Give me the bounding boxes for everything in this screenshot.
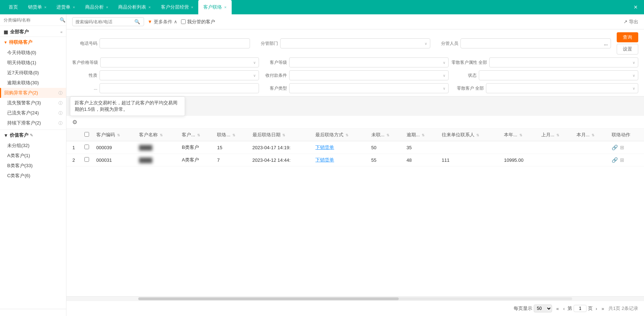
sidebar-item-repurchase-abnormal[interactable]: 回购异常客户(2) ⓘ	[0, 88, 66, 98]
last-month-amount	[538, 141, 573, 154]
scrollbar-track[interactable]	[138, 297, 572, 300]
sidebar-item-today[interactable]: 今天待联络(0)	[0, 48, 66, 58]
status-select[interactable]: ∨	[479, 70, 638, 80]
sidebar-item-class-b[interactable]: B类客户(33)	[0, 161, 66, 171]
nav-customer-contact[interactable]: 客户联络 ×	[198, 0, 231, 14]
sort-icon[interactable]: ⇅	[117, 133, 120, 137]
close-icon[interactable]: ×	[106, 5, 108, 9]
sidebar-all-customers[interactable]: ▦ 全部客户 «	[0, 26, 66, 37]
sort-icon[interactable]: ⇅	[232, 133, 235, 137]
row-checkbox[interactable]	[84, 145, 89, 149]
window-close-button[interactable]: ×	[631, 4, 640, 11]
sidebar-item-7days[interactable]: 近7天待联络(0)	[0, 68, 66, 78]
table-row: 2 000031 ████ A类客户 7 2023-04-12 14:44:	[66, 154, 644, 166]
sort-icon[interactable]: ⇅	[592, 133, 594, 137]
sort-icon[interactable]: ⇅	[197, 133, 200, 137]
close-icon[interactable]: ×	[191, 5, 193, 9]
price-grade-select[interactable]: ∨	[100, 57, 259, 67]
row-check[interactable]	[81, 141, 93, 154]
col-check[interactable]	[81, 129, 93, 141]
select-all-checkbox[interactable]	[84, 132, 89, 137]
last-page-button[interactable]: »	[600, 305, 606, 312]
payment-select[interactable]: ∨	[289, 70, 449, 80]
sort-icon[interactable]: ⇅	[519, 133, 522, 137]
setting-button[interactable]: 设置	[617, 44, 638, 55]
prev-page-button[interactable]: ‹	[562, 305, 566, 312]
table-toolbar: ⚙	[66, 116, 644, 129]
nav-product-analysis-list[interactable]: 商品分析列表 ×	[113, 0, 156, 14]
retail-attr-select[interactable]: ∨	[489, 57, 638, 67]
sidebar-item-declining[interactable]: 持续下滑客户(2) ⓘ	[0, 118, 66, 128]
per-page-select[interactable]: 20 50 100	[534, 305, 552, 312]
more-conditions-btn[interactable]: ▼ 更多条件 ∧	[148, 19, 177, 25]
sidebar-item-class-a[interactable]: A类客户(1)	[0, 151, 66, 161]
per-page-select-area: 每页显示 20 50 100	[514, 305, 552, 312]
sort-icon[interactable]: ⇅	[556, 133, 559, 137]
sidebar-item-ungrouped[interactable]: 未分组(32)	[0, 141, 66, 151]
nav-sales-order[interactable]: 销货单 ×	[23, 0, 51, 14]
table-settings-icon[interactable]: ⚙	[72, 119, 77, 126]
customer-type-select[interactable]: ∨	[289, 83, 449, 93]
page-number-input[interactable]	[574, 305, 587, 312]
horizontal-scrollbar[interactable]	[66, 296, 644, 301]
sidebar-item-class-c[interactable]: C类客户(6)	[0, 171, 66, 181]
sidebar-item-churned[interactable]: 已流失客户(24) ⓘ	[0, 108, 66, 118]
link-action-icon[interactable]: 🔗	[612, 157, 618, 163]
sidebar-item-churn-warning[interactable]: 流失预警客户(3) ⓘ	[0, 98, 66, 108]
col-contact-action: 联络动作	[608, 129, 644, 141]
search-input[interactable]	[75, 19, 133, 24]
next-page-button[interactable]: ›	[594, 305, 598, 312]
arrow-icon: ▼	[4, 40, 8, 44]
nav-customer-segment[interactable]: 客户分层经营 ×	[156, 0, 198, 14]
edit-icon[interactable]: ✎	[30, 133, 33, 138]
dept-select[interactable]: ∨	[280, 38, 431, 48]
my-customers-check[interactable]	[181, 19, 186, 24]
export-button[interactable]: ↗ 导出	[624, 19, 638, 25]
pending-contact-header[interactable]: ▼ 待联络客户	[0, 37, 66, 48]
row-checkbox[interactable]	[84, 157, 89, 162]
grid-action-icon[interactable]: ⊞	[620, 145, 624, 150]
nav-home[interactable]: 首页	[4, 0, 23, 14]
sidebar-item-overdue[interactable]: 逾期未联络(30)	[0, 78, 66, 88]
scrollbar-thumb[interactable]	[138, 297, 399, 300]
nav-product-analysis[interactable]: 商品分析 ×	[80, 0, 113, 14]
grid-action-icon[interactable]: ⊞	[620, 157, 624, 163]
sort-icon[interactable]: ⇅	[282, 133, 285, 137]
chevron-down-icon: ∨	[443, 86, 445, 90]
collapse-icon[interactable]: «	[60, 30, 62, 34]
sort-icon[interactable]: ⇅	[386, 133, 389, 137]
nature-select[interactable]: ∨	[99, 70, 259, 80]
phone-input[interactable]	[99, 38, 250, 48]
chevron-down-icon: ∨	[443, 74, 445, 77]
link-action-icon[interactable]: 🔗	[612, 145, 618, 150]
col-customer-name: 客户名称 ⇅	[135, 129, 178, 141]
first-page-button[interactable]: «	[555, 305, 560, 312]
search-icon[interactable]: 🔍	[134, 19, 140, 24]
sort-icon[interactable]: ⇅	[422, 133, 425, 137]
nav-purchase-order[interactable]: 进货单 ×	[51, 0, 80, 14]
filter-bar: 🔍 ▼ 更多条件 ∧ 我分管的客户 ↗ 导出	[66, 14, 644, 29]
close-icon[interactable]: ×	[224, 5, 226, 9]
sort-icon[interactable]: ⇅	[476, 133, 479, 137]
col-contact: 联络... ⇅	[213, 129, 249, 141]
col-index	[66, 129, 81, 141]
value-group-header[interactable]: ▼ 价值客户 ✎	[0, 129, 66, 141]
table-wrap[interactable]: 客户编码 ⇅ 客户名称 ⇅ 客户... ⇅	[66, 129, 644, 296]
close-icon[interactable]: ×	[73, 5, 75, 9]
customer-grade-select[interactable]: ∨	[289, 57, 449, 67]
sort-icon[interactable]: ⇅	[160, 133, 163, 137]
my-customers-checkbox[interactable]: 我分管的客户	[181, 19, 215, 25]
company-contact-person: 111	[438, 154, 500, 166]
retail-customer-select[interactable]: ∨	[486, 83, 638, 93]
close-icon[interactable]: ×	[44, 5, 46, 9]
sidebar-search-icon[interactable]: 🔍	[60, 17, 65, 23]
sidebar-search-input[interactable]	[4, 18, 57, 23]
manager-input[interactable]: ...	[460, 38, 611, 48]
sort-icon[interactable]: ⇅	[346, 133, 348, 137]
close-icon[interactable]: ×	[148, 5, 150, 9]
extra-input[interactable]	[99, 83, 259, 93]
tooltip: 距客户上次交易时长，超过了此客户的平均交易周期的1.5倍，则视为异常。	[70, 96, 185, 116]
row-check[interactable]	[81, 154, 93, 166]
sidebar-item-tomorrow[interactable]: 明天待联络(1)	[0, 58, 66, 68]
query-button[interactable]: 查询	[617, 32, 638, 42]
